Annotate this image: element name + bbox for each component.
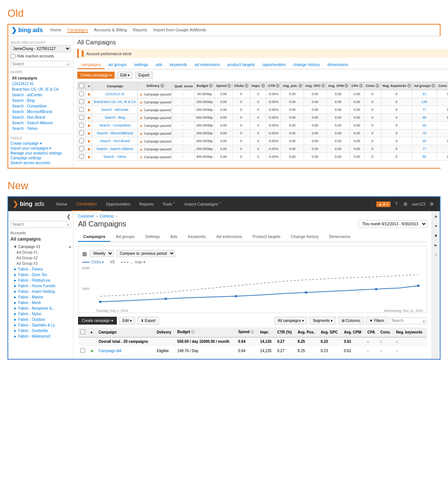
new-sidebar-fabric-home[interactable]: ► Fabric - Home Furnish. — [10, 283, 71, 289]
new-sidebar-fabric-goretex[interactable]: ► Fabric - Gore-Tex — [10, 272, 71, 278]
old-row-check[interactable] — [79, 107, 84, 112]
old-nav-import[interactable]: Import from Google AdWords — [153, 28, 206, 33]
new-date-range-select[interactable]: This month 9/12/2013 - 9/30/2013 — [358, 220, 427, 228]
breadcrumb-customer[interactable]: Customer — [78, 214, 94, 218]
new-adgroup-1[interactable]: Ad Group #1 — [10, 250, 71, 255]
new-sidebar-fabric-nylon[interactable]: ► Fabric - Nylon — [10, 311, 71, 317]
old-sidebar-item-9[interactable]: Search - Yahoo — [10, 126, 71, 131]
new-export-button[interactable]: ⬇ Export — [137, 317, 159, 325]
old-create-campaign-button[interactable]: Create campaign ▾ — [77, 72, 115, 79]
old-campaign-link[interactable]: Search - Non-Brand — [100, 139, 130, 143]
old-row-check[interactable] — [79, 115, 84, 120]
new-grid-button[interactable]: ⊞ — [402, 201, 409, 207]
old-row-check[interactable] — [79, 91, 84, 96]
old-tab-keywords[interactable]: keywords — [166, 61, 191, 69]
old-search-button[interactable]: ⌕ — [65, 61, 71, 67]
old-export-button[interactable]: Export — [135, 72, 153, 79]
old-tab-ads[interactable]: ads — [152, 61, 166, 69]
old-nav-reports[interactable]: Reports — [133, 28, 147, 33]
old-sidebar-item-3[interactable]: Search - adCenter — [10, 92, 71, 98]
old-tab-dimensions[interactable]: dimensions — [324, 61, 352, 69]
new-nav-campaigns[interactable]: Campaigns — [72, 197, 102, 211]
old-tab-campaigns[interactable]: campaigns — [77, 61, 105, 69]
old-sidebar-item-8[interactable]: Search - Search Alliance — [10, 120, 71, 126]
old-campaign-link[interactable]: Search - Search Alliance — [96, 147, 133, 151]
old-tab-opportunities[interactable]: opportunities — [259, 61, 290, 69]
old-tool-create[interactable]: Create campaign ▾ — [10, 141, 71, 145]
new-compare-select[interactable]: Compare to: previous period — [116, 250, 175, 257]
old-tool-import[interactable]: Import your campaigns ▾ — [10, 146, 71, 150]
old-nav-home[interactable]: Home — [50, 28, 61, 33]
legend-clicks[interactable]: Clicks ▾ — [82, 260, 104, 264]
new-sidebar-fabric-marine[interactable]: ► Fabric - Marine — [10, 294, 71, 300]
new-tab-adgroups[interactable]: Ad groups — [111, 232, 140, 242]
new-sidebar-fabric-sunbrella[interactable]: ► Fabric - Sunbrella — [10, 328, 71, 334]
old-account-select[interactable]: JameChung - X27951127 — [10, 45, 71, 52]
new-period-select[interactable]: Weekly — [90, 250, 113, 257]
old-row-check[interactable] — [79, 146, 84, 151]
old-tool-settings[interactable]: Campaign settings — [10, 156, 71, 160]
old-sidebar-item-5[interactable]: Search - Competitive — [10, 103, 71, 109]
old-sidebar-item-2[interactable]: Brand:Non US, UK, IE & CA — [10, 87, 71, 92]
new-settings-icon[interactable]: ⚙ — [428, 201, 435, 207]
new-info-icon[interactable]: ○ — [433, 251, 439, 258]
new-person-icon[interactable]: ● — [433, 222, 439, 229]
old-sidebar-item-1[interactable]: 12412412 41 — [10, 81, 71, 87]
new-filters-button[interactable]: ▼ Filters — [366, 317, 388, 325]
new-play-icon[interactable]: ► — [433, 242, 439, 248]
new-search-button[interactable]: ⌕ — [65, 222, 71, 227]
new-tab-keywords[interactable]: Keywords — [183, 232, 211, 242]
new-columns-button[interactable]: ⊞ Columns — [338, 317, 364, 325]
new-scroll-up-icon[interactable]: ▲ — [433, 213, 439, 219]
new-sidebar-fabric-outdoor[interactable]: ► Fabric - Outdoor — [10, 317, 71, 322]
new-tab-product[interactable]: Product targets — [248, 232, 286, 242]
old-campaign-link[interactable]: Search - MicrosoftBrand — [97, 131, 133, 135]
old-nav-accounts[interactable]: Accounts & Billing — [94, 28, 127, 33]
new-edit-button[interactable]: Edit ▾ — [119, 317, 135, 325]
old-row-check[interactable] — [79, 131, 84, 135]
new-all-campaigns-filter[interactable]: All campaigns ▾ — [274, 317, 307, 325]
old-tab-product[interactable]: product targets — [224, 61, 258, 69]
old-tab-settings[interactable]: settings — [130, 61, 152, 69]
new-sidebar-fabric-insect[interactable]: ► Fabric - Insect Netting — [10, 289, 71, 294]
old-row-check[interactable] — [79, 138, 84, 143]
old-row-check[interactable] — [79, 123, 84, 128]
legend-impr[interactable]: .... Impr ▾ — [121, 260, 146, 264]
old-sidebar-all-campaigns[interactable]: All campaigns — [10, 75, 71, 81]
new-all-campaigns-label[interactable]: All campaigns — [10, 237, 71, 242]
new-sidebar-fabric-waterproof[interactable]: ► Fabric - Waterproof — [10, 334, 71, 339]
new-collapse-sidebar-button[interactable]: ❮ — [10, 213, 71, 219]
new-tab-extensions[interactable]: Ad extensions — [211, 232, 247, 242]
new-tab-ads[interactable]: Ads — [165, 232, 183, 242]
old-tab-history[interactable]: change history — [290, 61, 324, 69]
old-nav-campaigns[interactable]: Campaigns — [67, 28, 88, 33]
new-adgroup-3[interactable]: Ad Group #3 — [10, 261, 71, 266]
new-segments-button[interactable]: Segments ▾ — [309, 317, 336, 325]
new-nav-reports[interactable]: Reports — [135, 197, 158, 211]
new-campaign-aa-link[interactable]: Campaign AA — [99, 349, 121, 353]
new-sidebar-fabric-fleece[interactable]: ► Fabric - Fleece — [10, 266, 71, 272]
new-alert-badge[interactable]: ▲ A 4 — [376, 201, 391, 207]
old-tool-analytics[interactable]: Manage your analytics settings — [10, 151, 71, 155]
new-search-input[interactable] — [11, 221, 65, 228]
new-sidebar-fabric-mesh[interactable]: ► Fabric - Mesh — [10, 300, 71, 306]
old-row-check[interactable] — [79, 99, 84, 104]
new-group-icon[interactable]: ■ — [433, 232, 439, 239]
new-sidebar-fabric-neoprene[interactable]: ► Fabric - Neoprene &... — [10, 306, 71, 311]
old-campaign-link[interactable]: Search - Competitive — [99, 123, 131, 127]
new-tab-settings[interactable]: Settings — [140, 232, 165, 242]
new-nav-tools[interactable]: Tools ˅ — [158, 197, 180, 211]
new-campaign-item-1[interactable]: ▼ Campaign #1 ● — [10, 244, 71, 250]
old-campaign-link[interactable]: 12412412 41 — [105, 92, 125, 96]
old-tab-adgroups[interactable]: ad groups — [105, 61, 130, 69]
new-nav-opportunities[interactable]: Opportunities — [102, 197, 135, 211]
old-sidebar-item-4[interactable]: Search - Bing — [10, 98, 71, 103]
new-nav-import[interactable]: Import Campaigns ˅ — [180, 197, 226, 211]
new-select-all[interactable] — [80, 329, 85, 334]
old-edit-button[interactable]: Edit ▾ — [117, 72, 133, 79]
old-sidebar-item-7[interactable]: Search - Non-Brand — [10, 115, 71, 120]
new-adgroup-2[interactable]: Ad Group #2 — [10, 255, 71, 261]
new-tab-campaigns[interactable]: Campaigns — [78, 232, 111, 242]
old-sidebar-item-6[interactable]: Search - MicrosoftBrand — [10, 109, 71, 115]
new-create-campaign-button[interactable]: Create campaign ▾ — [78, 317, 117, 325]
